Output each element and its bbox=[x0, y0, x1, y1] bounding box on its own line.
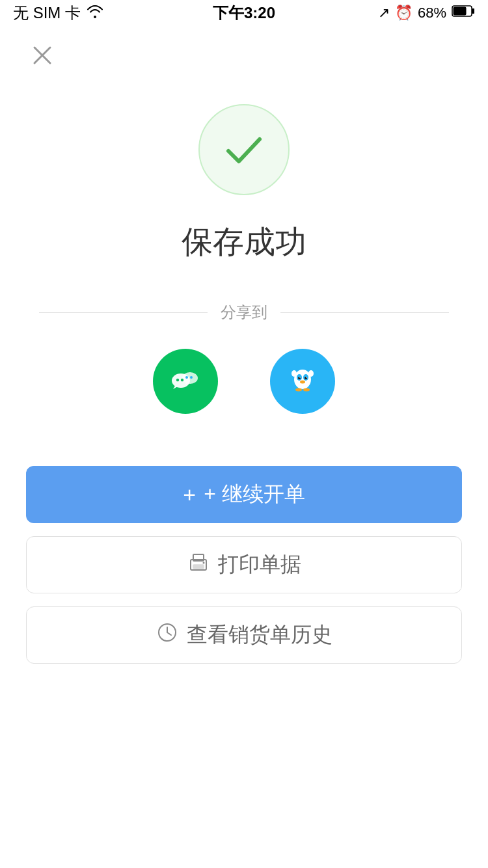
svg-point-26 bbox=[203, 562, 205, 564]
divider-line-right bbox=[280, 312, 449, 313]
wifi-icon bbox=[86, 4, 104, 22]
checkmark-icon bbox=[221, 126, 267, 173]
continue-label: + 继续开单 bbox=[204, 480, 305, 509]
history-icon bbox=[156, 621, 179, 649]
print-button[interactable]: 打印单据 bbox=[26, 536, 462, 593]
close-button[interactable] bbox=[26, 39, 59, 72]
divider-line-left bbox=[39, 312, 208, 313]
svg-point-7 bbox=[176, 379, 179, 381]
share-icons-row bbox=[153, 349, 335, 414]
svg-point-20 bbox=[308, 370, 314, 377]
status-bar: 无 SIM 卡 下午3:20 ↗ ⏰ 68% bbox=[0, 0, 488, 26]
status-left: 无 SIM 卡 bbox=[13, 3, 104, 23]
location-icon: ↗ bbox=[378, 5, 390, 21]
success-title: 保存成功 bbox=[182, 221, 306, 263]
share-divider: 分享到 bbox=[0, 302, 488, 323]
svg-point-10 bbox=[190, 376, 193, 379]
share-label: 分享到 bbox=[221, 302, 267, 323]
history-button[interactable]: 查看销货单历史 bbox=[26, 606, 462, 664]
battery-icon bbox=[452, 5, 475, 21]
svg-point-16 bbox=[299, 377, 301, 378]
svg-rect-2 bbox=[454, 7, 467, 16]
success-icon-circle bbox=[198, 104, 290, 195]
svg-point-9 bbox=[185, 376, 188, 379]
print-label: 打印单据 bbox=[218, 550, 301, 579]
svg-point-18 bbox=[300, 381, 305, 384]
svg-point-17 bbox=[306, 377, 307, 378]
status-time: 下午3:20 bbox=[213, 3, 275, 23]
qq-share-button[interactable] bbox=[270, 349, 335, 414]
battery-text: 68% bbox=[418, 5, 446, 21]
status-right: ↗ ⏰ 68% bbox=[378, 5, 475, 21]
svg-rect-25 bbox=[193, 565, 204, 569]
svg-point-19 bbox=[291, 370, 297, 377]
no-sim-text: 无 SIM 卡 bbox=[13, 3, 81, 23]
svg-point-21 bbox=[295, 388, 302, 392]
print-icon bbox=[187, 550, 210, 579]
continue-plus-icon: + bbox=[183, 483, 196, 506]
svg-point-11 bbox=[294, 370, 311, 389]
svg-point-8 bbox=[181, 379, 183, 381]
wechat-share-button[interactable] bbox=[153, 349, 218, 414]
history-label: 查看销货单历史 bbox=[187, 621, 332, 649]
main-content: 保存成功 分享到 bbox=[0, 26, 488, 664]
svg-point-22 bbox=[303, 388, 310, 392]
svg-point-6 bbox=[182, 372, 198, 384]
alarm-icon: ⏰ bbox=[395, 5, 413, 21]
action-buttons: + + 继续开单 打印单据 查看销货单历 bbox=[0, 466, 488, 664]
svg-rect-1 bbox=[472, 8, 474, 14]
continue-button[interactable]: + + 继续开单 bbox=[26, 466, 462, 523]
